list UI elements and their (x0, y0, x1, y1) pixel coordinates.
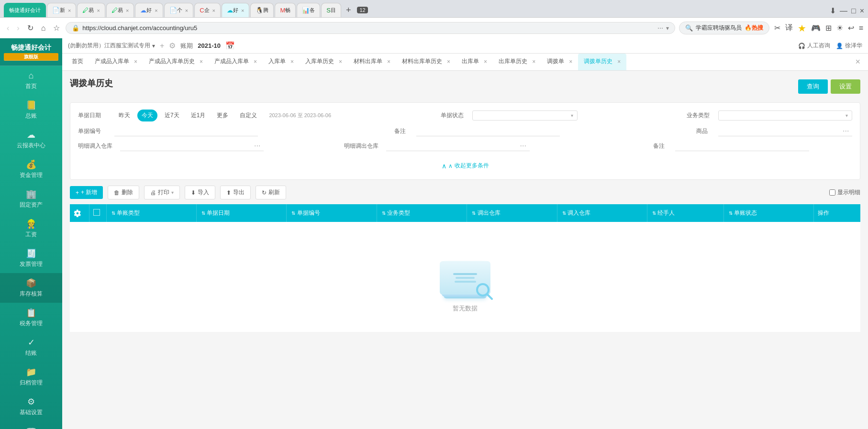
scissors-icon[interactable]: ✂ (774, 23, 780, 33)
company-selector[interactable]: (勿删勿禁用）江西服宝测试专用 ▾ (68, 42, 155, 50)
grid-icon[interactable]: ⊞ (825, 23, 832, 33)
home-button[interactable]: ⌂ (39, 23, 48, 33)
close-all-tabs-icon[interactable]: × (851, 57, 864, 67)
user-service-button[interactable]: 🎧 人工咨询 (798, 42, 830, 50)
tab-close-6[interactable]: × (212, 8, 215, 13)
th-out-warehouse[interactable]: ⇅ 调出仓库 (467, 204, 557, 222)
th-no[interactable]: ⇅ 单据编号 (287, 204, 377, 222)
nav-tab-in[interactable]: 入库单 × (263, 54, 300, 70)
delete-button[interactable]: 🗑 删除 (108, 186, 139, 199)
in-warehouse-dots-icon[interactable]: ··· (254, 142, 260, 150)
browser-tab-4[interactable]: ☁ 好 × (135, 3, 163, 17)
sidebar-item-guide[interactable]: 📖 新手引导 (0, 421, 62, 429)
sidebar-item-tax[interactable]: 📋 税务管理 (0, 303, 62, 332)
nav-tab-out-close[interactable]: × (484, 58, 487, 65)
window-maximize-icon[interactable]: □ (851, 7, 856, 15)
window-close-icon[interactable]: × (860, 7, 864, 15)
remark2-input[interactable] (675, 141, 809, 151)
query-button[interactable]: 查询 (798, 79, 828, 94)
remark-input[interactable] (416, 126, 560, 136)
browser-tab-11[interactable]: S 目 (321, 3, 341, 17)
reload-button[interactable]: ↻ (25, 22, 35, 33)
nav-tab-mat-out-close[interactable]: × (387, 58, 390, 65)
browser-tab-9[interactable]: M 畅 (275, 3, 296, 17)
nav-tab-purchase-in-close[interactable]: × (134, 58, 137, 65)
tab-close-4[interactable]: × (155, 8, 157, 13)
sidebar-item-report[interactable]: ☁ 云报表中心 (0, 125, 62, 154)
th-type[interactable]: ⇅ 单账类型 (106, 204, 196, 222)
tab-close-3[interactable]: × (126, 8, 129, 13)
goods-input[interactable] (718, 126, 843, 136)
add-company-button[interactable]: + (160, 42, 164, 50)
th-checkbox[interactable] (89, 204, 106, 222)
nav-tab-in-hist[interactable]: 入库单历史 × (300, 54, 348, 70)
tab-close-5[interactable]: × (185, 8, 188, 13)
menu-icon[interactable]: ≡ (859, 24, 863, 33)
nav-tab-out[interactable]: 出库单 × (456, 54, 493, 70)
nav-tab-out-hist-close[interactable]: × (532, 58, 535, 65)
nav-tab-purchase-in-hist[interactable]: 产成品入库单历史 × (143, 54, 209, 70)
sidebar-item-inventory[interactable]: 📦 库存核算 (0, 273, 62, 303)
browser-tab-5[interactable]: 📄 个 × (164, 3, 193, 17)
settings-button[interactable]: 设置 (831, 79, 860, 94)
refresh-button[interactable]: ↻ 刷新 (256, 186, 286, 199)
nav-tab-purchase-in2-close[interactable]: × (254, 58, 257, 65)
nav-tab-purchase-in[interactable]: 产成品入库单 × (89, 54, 143, 70)
window-minimize-icon[interactable]: — (840, 7, 847, 15)
print-button[interactable]: 🖨 打印 ▾ (144, 186, 180, 199)
order-no-input[interactable] (114, 126, 258, 136)
sidebar-item-salary[interactable]: 👷 工资 (0, 214, 62, 243)
date-btn-yesterday[interactable]: 昨天 (114, 110, 134, 121)
forward-button[interactable]: › (15, 23, 21, 33)
th-gear[interactable] (70, 204, 89, 222)
th-handler[interactable]: ⇅ 经手人 (647, 204, 724, 222)
th-biz-type[interactable]: ⇅ 业务类型 (377, 204, 467, 222)
theme-icon[interactable]: ☀ (836, 23, 843, 33)
sidebar-item-invoice[interactable]: 🧾 发票管理 (0, 243, 62, 273)
in-warehouse-input[interactable] (120, 141, 254, 151)
tab-close-7[interactable]: × (241, 8, 244, 13)
nav-tab-mat-out-hist-close[interactable]: × (447, 58, 450, 65)
status-select[interactable]: ▾ (472, 110, 578, 121)
star-yellow-icon[interactable]: ★ (798, 22, 806, 34)
sidebar-item-ledger[interactable]: 📒 总账 (0, 95, 62, 125)
tab-close-1[interactable]: × (68, 8, 71, 13)
tab-close-2[interactable]: × (97, 8, 100, 13)
out-warehouse-input[interactable] (386, 141, 520, 151)
nav-tab-out-hist[interactable]: 出库单历史 × (493, 54, 541, 70)
nav-tab-in-close[interactable]: × (290, 58, 294, 65)
new-button[interactable]: + + 新增 (70, 186, 103, 199)
nav-tab-mat-out-hist[interactable]: 材料出库单历史 × (396, 54, 456, 70)
nav-tab-purchase-in2[interactable]: 产成品入库单 × (209, 54, 263, 70)
app-tab[interactable]: 畅捷通好会计 (4, 3, 46, 17)
browser-tab-7[interactable]: ☁ 好 × (222, 3, 249, 17)
browser-tab-6[interactable]: C 企 × (194, 3, 221, 17)
undo-icon[interactable]: ↩ (848, 23, 854, 33)
nav-tab-transfer-hist[interactable]: 调拨单历史 × (578, 54, 626, 70)
nav-tab-transfer-hist-close[interactable]: × (617, 58, 621, 65)
nav-tab-mat-out[interactable]: 材料出库单 × (348, 54, 396, 70)
nav-tab-transfer[interactable]: 调拨单 × (541, 54, 578, 70)
browser-tab-10[interactable]: 📊 各 (297, 3, 320, 17)
select-all-checkbox[interactable] (93, 209, 100, 216)
browser-tab-2[interactable]: 🖊 易 × (77, 3, 105, 17)
display-dense-checkbox[interactable] (829, 189, 835, 196)
new-tab-button[interactable]: + (342, 5, 355, 15)
translate-icon[interactable]: 译 (785, 23, 793, 33)
browser-tab-3[interactable]: 🖊 易 × (106, 3, 134, 17)
back-button[interactable]: ‹ (5, 23, 11, 33)
star-button[interactable]: ☆ (51, 22, 62, 33)
sidebar-item-home[interactable]: ⌂ 首页 (0, 66, 62, 95)
biz-type-select[interactable]: ▾ (718, 110, 852, 121)
th-date[interactable]: ⇅ 单据日期 (196, 204, 286, 222)
url-bar[interactable]: 🔒 https://cloud.chanjet.com/accounting/u… (66, 22, 675, 34)
calendar-icon[interactable]: 📅 (225, 41, 235, 50)
url-menu-icon[interactable]: ⋯ (657, 25, 663, 32)
sidebar-item-fixed[interactable]: 🏢 固定资产 (0, 184, 62, 214)
goods-dots-icon[interactable]: ··· (843, 127, 849, 135)
date-btn-more[interactable]: 更多 (212, 110, 233, 121)
export-button[interactable]: ⬆ 导出 (220, 186, 251, 199)
settings-gear-icon[interactable]: ⚙ (169, 41, 176, 50)
th-status[interactable]: ⇅ 单账状态 (723, 204, 813, 222)
collapse-button[interactable]: ∧ 收起更多条件 (439, 159, 492, 173)
